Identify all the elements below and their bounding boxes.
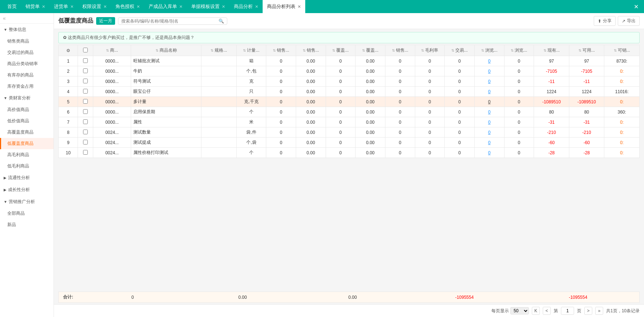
last-page-button[interactable]: »	[595, 307, 603, 315]
th-browse2[interactable]: ⇅浏览...	[504, 45, 534, 56]
time-filter-button[interactable]: 近一月	[96, 17, 115, 25]
nav-close-role[interactable]: ✕	[137, 4, 140, 9]
row-checkbox[interactable]	[78, 97, 93, 107]
nav-close-permission[interactable]: ✕	[103, 4, 107, 9]
search-input[interactable]	[121, 19, 217, 24]
arrow-icon-2: ▼	[4, 96, 7, 100]
row-unit: 个	[236, 107, 266, 117]
nav-product-analysis[interactable]: 商品分析 ✕	[229, 0, 263, 13]
sidebar-item-with-stock[interactable]: 有库存的商品	[0, 70, 54, 81]
arrow-icon-3: ▶	[4, 176, 7, 180]
first-page-button[interactable]: K	[532, 307, 540, 315]
row-browse1[interactable]: 0	[474, 107, 504, 117]
row-unit: 个	[236, 148, 266, 158]
row-checkbox[interactable]	[78, 56, 93, 66]
nav-analysis-list[interactable]: 商品分析列表 ✕	[263, 0, 305, 13]
row-checkbox[interactable]	[78, 117, 93, 127]
sidebar-section-growth[interactable]: ▶ 成长性分析	[0, 184, 54, 196]
th-available[interactable]: ⇅可用...	[569, 45, 604, 56]
row-checkbox[interactable]	[78, 87, 93, 97]
nav-close-all-button[interactable]: ✕	[631, 1, 641, 12]
row-browse1[interactable]: 0	[474, 87, 504, 97]
th-checkbox[interactable]	[78, 45, 93, 56]
row-checkbox[interactable]	[78, 148, 93, 158]
row-checkbox[interactable]	[78, 127, 93, 138]
row-available: 97	[569, 56, 604, 66]
sidebar-item-low-coverage[interactable]: 低覆盖度商品	[0, 138, 54, 149]
sidebar-item-high-margin[interactable]: 高毛利商品	[0, 149, 54, 161]
row-available: -28	[569, 148, 604, 158]
th-cov-cnt[interactable]: ⇅覆盖...	[326, 45, 356, 56]
row-cov-rate: 0.00	[356, 76, 385, 87]
row-browse1[interactable]: 0	[474, 66, 504, 76]
nav-close-purchase[interactable]: ✕	[70, 4, 74, 9]
nav-sales-order[interactable]: 销货单 ✕	[21, 0, 50, 13]
th-unit[interactable]: ⇅计量...	[236, 45, 266, 56]
sidebar-item-new-products[interactable]: 新品	[0, 219, 54, 230]
sidebar-item-high-value[interactable]: 高价值商品	[0, 104, 54, 115]
table-wrapper[interactable]: ⚙ ⇅商... ⇅商品名称 ⇅规格...	[58, 45, 640, 292]
row-checkbox[interactable]	[78, 76, 93, 87]
sidebar-collapse-button[interactable]: «	[3, 15, 6, 21]
nav-permission[interactable]: 权限设置 ✕	[78, 0, 111, 13]
export-button[interactable]: ↗ 导出	[618, 16, 640, 26]
sidebar-section-marketing[interactable]: ▼ 营销推广分析	[0, 196, 54, 208]
row-checkbox[interactable]	[78, 66, 93, 76]
th-sales-cnt[interactable]: ⇅销售...	[385, 45, 415, 56]
prev-page-button[interactable]: <	[543, 307, 551, 315]
share-button[interactable]: ⬆ 分享	[594, 16, 616, 26]
nav-close-analysis[interactable]: ✕	[255, 4, 258, 9]
row-spec	[201, 97, 237, 107]
page-label: 第	[554, 308, 558, 314]
th-sales-amt[interactable]: ⇅销售...	[296, 45, 326, 56]
th-settings[interactable]: ⚙	[59, 45, 78, 56]
nav-template-settings[interactable]: 单据模板设置 ✕	[187, 0, 229, 13]
nav-purchase-order[interactable]: 进货单 ✕	[50, 0, 78, 13]
row-browse1[interactable]: 0	[474, 97, 504, 107]
nav-home[interactable]: 首页	[3, 0, 21, 13]
sidebar-section-liquidity[interactable]: ▶ 流通性分析	[0, 172, 54, 184]
sidebar-item-high-coverage[interactable]: 高覆盖度商品	[0, 127, 54, 138]
row-checkbox[interactable]	[78, 138, 93, 148]
sidebar-item-low-margin[interactable]: 低毛利商品	[0, 161, 54, 172]
th-spec[interactable]: ⇅规格...	[201, 45, 237, 56]
page-number-input[interactable]	[561, 307, 574, 315]
th-cov-rate[interactable]: ⇅覆盖...	[356, 45, 385, 56]
sidebar-item-stock-capital[interactable]: 库存资金占用	[0, 81, 54, 92]
nav-close-product[interactable]: ✕	[179, 4, 182, 9]
nav-close-template[interactable]: ✕	[222, 4, 225, 9]
row-cov-cnt: 0	[326, 107, 356, 117]
sidebar-item-traded-products[interactable]: 交易过的商品	[0, 47, 54, 58]
row-browse1[interactable]: 0	[474, 127, 504, 138]
th-margin[interactable]: ⇅毛利率	[415, 45, 445, 56]
th-browse1[interactable]: ⇅浏览...	[474, 45, 504, 56]
sidebar-item-low-value[interactable]: 低价值商品	[0, 115, 54, 127]
per-page-dropdown[interactable]: 50 100 200	[510, 307, 529, 314]
search-icon[interactable]: 🔍	[219, 19, 224, 24]
sidebar-item-sales-products[interactable]: 销售类商品	[0, 36, 54, 47]
th-sales-qty[interactable]: ⇅销售...	[266, 45, 296, 56]
arrow-icon-4: ▶	[4, 188, 7, 192]
th-current[interactable]: ⇅现有...	[534, 45, 569, 56]
nav-role-auth[interactable]: 角色授权 ✕	[111, 0, 144, 13]
nav-close-sales[interactable]: ✕	[42, 4, 45, 9]
th-code[interactable]: ⇅商...	[93, 45, 131, 56]
row-browse1[interactable]: 0	[474, 56, 504, 66]
sidebar-item-all-products[interactable]: 全部商品	[0, 208, 54, 219]
sidebar-section-wealth[interactable]: ▼ 类财富分析	[0, 92, 54, 104]
row-browse1[interactable]: 0	[474, 117, 504, 127]
th-saleable[interactable]: ⇅可销...	[604, 45, 640, 56]
row-browse1[interactable]: 0	[474, 148, 504, 158]
sidebar-section-overall[interactable]: ▼ 整体信息	[0, 24, 54, 36]
row-browse1[interactable]: 0	[474, 76, 504, 87]
th-trade[interactable]: ⇅交易...	[445, 45, 475, 56]
row-checkbox[interactable]	[78, 107, 93, 117]
select-all-checkbox[interactable]	[83, 48, 88, 52]
next-page-button[interactable]: >	[584, 307, 592, 315]
row-spec	[201, 138, 237, 148]
nav-close-list[interactable]: ✕	[298, 4, 301, 9]
th-name[interactable]: ⇅商品名称	[131, 45, 201, 56]
sidebar-item-category-rate[interactable]: 商品分类动销率	[0, 58, 54, 70]
row-browse1[interactable]: 0	[474, 138, 504, 148]
nav-product-entry[interactable]: 产成品入库单 ✕	[144, 0, 187, 13]
